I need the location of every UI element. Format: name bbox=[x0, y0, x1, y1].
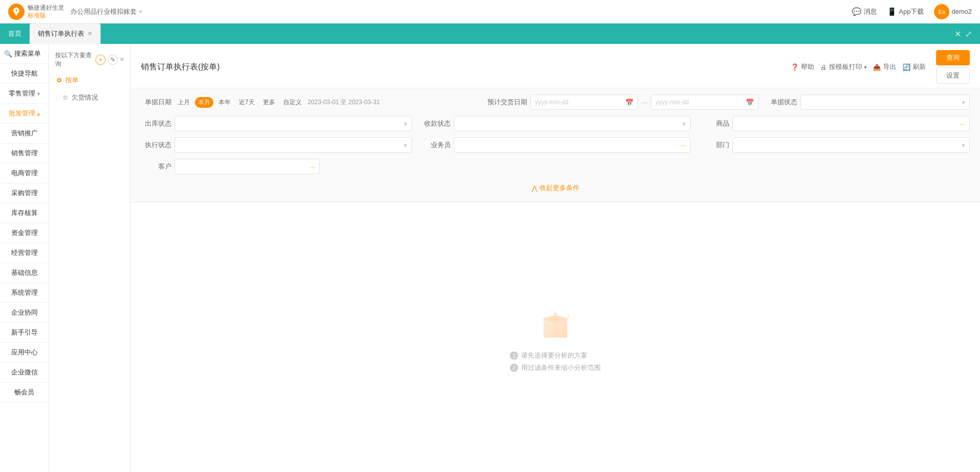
sidebar-item-appstore[interactable]: 应用中心 bbox=[0, 343, 48, 363]
avatar: Ea bbox=[934, 4, 949, 19]
exec-status-select[interactable]: ▾ bbox=[175, 137, 412, 153]
sidebar-item-marketing[interactable]: 营销推广 bbox=[0, 124, 48, 144]
page-title: 销售订单执行表(按单) bbox=[141, 62, 220, 73]
query-button[interactable]: 查询 bbox=[936, 50, 970, 65]
message-icon: 💬 bbox=[852, 7, 862, 16]
sidebar-item-operations[interactable]: 经营管理 bbox=[0, 243, 48, 263]
sidebar-item-finance[interactable]: 资金管理 bbox=[0, 223, 48, 243]
scheme-collapse-btn[interactable]: « bbox=[120, 55, 124, 65]
date-tab-custom[interactable]: 自定义 bbox=[280, 97, 305, 108]
breadcrumb[interactable]: 办公用品行业模拟账套 ▾ bbox=[70, 7, 142, 16]
tab-sales-exec[interactable]: 销售订单执行表 ✕ bbox=[30, 23, 101, 44]
scheme-add-btn[interactable]: + bbox=[95, 55, 106, 65]
scheme-header: 按以下方案查询 + ✎ « bbox=[49, 48, 130, 72]
sidebar-item-basic[interactable]: 基础信息 bbox=[0, 263, 48, 283]
scheme-item-arrears[interactable]: 欠货情况 bbox=[49, 89, 130, 106]
goods-dots: ··· bbox=[960, 120, 965, 128]
date-tabs: 上月 本月 本年 近7天 更多 自定义 bbox=[175, 97, 305, 108]
refresh-btn[interactable]: 🔄 刷新 bbox=[902, 62, 926, 72]
sidebar-search[interactable]: 🔍 搜索菜单 bbox=[0, 44, 48, 64]
logo-text: 畅捷通好生意 标准版 bbox=[28, 4, 64, 19]
tab-close-window-btn[interactable]: ✕ bbox=[954, 29, 961, 39]
out-status-label: 出库状态 bbox=[141, 119, 172, 128]
sidebar-item-wechat[interactable]: 企业微信 bbox=[0, 363, 48, 383]
dept-select[interactable]: ▾ bbox=[732, 137, 970, 153]
tab-home[interactable]: 首页 bbox=[0, 23, 30, 44]
tab-actions: ✕ ⤢ bbox=[954, 29, 980, 39]
exec-status-field: 执行状态 ▾ bbox=[141, 137, 412, 153]
sidebar-item-member[interactable]: 畅会员 bbox=[0, 383, 48, 403]
search-icon: 🔍 bbox=[4, 50, 12, 58]
sidebar-item-retail[interactable]: 零售管理 ▾ bbox=[0, 84, 48, 104]
export-btn[interactable]: 📤 导出 bbox=[873, 62, 896, 72]
date-range-text: 2023-03-01 至 2023-03-31 bbox=[308, 98, 380, 107]
tab-restore-btn[interactable]: ⤢ bbox=[965, 29, 972, 39]
help-icon: ❓ bbox=[791, 63, 799, 71]
expected-date-start[interactable]: yyyy-mm-dd 📅 bbox=[530, 95, 638, 110]
date-tab-more[interactable]: 更多 bbox=[260, 97, 278, 108]
sidebar-item-sales[interactable]: 销售管理 bbox=[0, 144, 48, 163]
logo-svg bbox=[11, 7, 21, 17]
top-bar: 畅捷通好生意 标准版 办公用品行业模拟账套 ▾ 💬 消息 📱 App下载 Ea … bbox=[0, 0, 980, 23]
export-icon: 📤 bbox=[873, 63, 881, 71]
out-status-select[interactable]: ▾ bbox=[175, 116, 412, 131]
date-separator: — bbox=[641, 99, 648, 106]
dept-chevron-icon: ▾ bbox=[962, 141, 965, 149]
sidebar-item-ecommerce[interactable]: 电商管理 bbox=[0, 163, 48, 183]
print-chevron-icon: ▾ bbox=[864, 64, 867, 70]
svg-text:✦: ✦ bbox=[567, 314, 570, 318]
tab-close-icon[interactable]: ✕ bbox=[87, 30, 92, 37]
collapse-more-btn[interactable]: ⋀ 收起更多条件 bbox=[141, 180, 970, 196]
expected-date-end[interactable]: yyyy-mm-dd 📅 bbox=[651, 95, 758, 110]
date-tab-this-year[interactable]: 本年 bbox=[215, 97, 234, 108]
expected-date-label: 预计交货日期 bbox=[487, 98, 527, 107]
page-actions: ❓ 帮助 🖨 按模板打印 ▾ 📤 导出 🔄 bbox=[791, 50, 970, 84]
empty-state: ✦ ✦ 1 请先选择要分析的方案 2 用过滤条件来缩小分析范围 bbox=[131, 202, 980, 472]
sidebar-item-purchase[interactable]: 采购管理 bbox=[0, 183, 48, 203]
sidebar-item-wholesale[interactable]: 批发管理 ▴ bbox=[0, 104, 48, 124]
date-tab-this-month[interactable]: 本月 bbox=[195, 97, 213, 108]
calendar-icon-end: 📅 bbox=[746, 99, 754, 106]
empty-tip-2: 2 用过滤条件来缩小分析范围 bbox=[510, 363, 601, 372]
receipt-status-select[interactable]: ▾ bbox=[454, 116, 691, 131]
sidebar-item-inventory[interactable]: 库存核算 bbox=[0, 203, 48, 223]
dept-field: 部门 ▾ bbox=[699, 137, 970, 153]
sidebar-item-system[interactable]: 系统管理 bbox=[0, 283, 48, 303]
sidebar-item-enterprise[interactable]: 企业协同 bbox=[0, 303, 48, 323]
doc-status-select[interactable]: ▾ bbox=[800, 95, 970, 110]
goods-input[interactable]: ··· bbox=[732, 116, 970, 131]
receipt-chevron-icon: ▾ bbox=[682, 120, 686, 128]
scheme-edit-btn[interactable]: ✎ bbox=[108, 55, 118, 65]
sidebar-item-shortcut[interactable]: 快捷导航 bbox=[0, 64, 48, 84]
date-tab-last7[interactable]: 近7天 bbox=[236, 97, 258, 108]
sidebar-item-newbie[interactable]: 新手引导 bbox=[0, 323, 48, 343]
date-field: 单据日期 上月 本月 本年 近7天 更多 自定义 20 bbox=[141, 97, 479, 108]
expected-date-field: 预计交货日期 yyyy-mm-dd 📅 — yyyy-mm-dd 📅 bbox=[487, 95, 758, 110]
calendar-icon: 📅 bbox=[625, 99, 633, 106]
app-download-btn[interactable]: 📱 App下载 bbox=[887, 7, 924, 16]
receipt-status-field: 收款状态 ▾ bbox=[420, 116, 691, 131]
print-btn[interactable]: 🖨 按模板打印 ▾ bbox=[820, 62, 867, 72]
salesperson-field: 业务员 ··· bbox=[420, 137, 691, 153]
message-btn[interactable]: 💬 消息 bbox=[852, 7, 877, 16]
filter-row-4: 客户 ··· bbox=[141, 159, 970, 174]
scheme-header-actions: + ✎ « bbox=[95, 55, 124, 65]
setting-button[interactable]: 设置 bbox=[936, 67, 970, 84]
logo-area: 畅捷通好生意 标准版 bbox=[8, 4, 64, 20]
filter-row-2: 出库状态 ▾ 收款状态 ▾ bbox=[141, 116, 970, 131]
top-bar-right: 💬 消息 📱 App下载 Ea demo2 bbox=[852, 4, 972, 19]
date-tab-last-month[interactable]: 上月 bbox=[175, 97, 193, 108]
dept-label: 部门 bbox=[699, 140, 729, 150]
filter-area: 销售订单执行表(按单) ❓ 帮助 🖨 按模板打印 ▾ 📤 bbox=[131, 44, 980, 472]
user-profile-btn[interactable]: Ea demo2 bbox=[934, 4, 972, 19]
chevron-up-icon: ▴ bbox=[37, 111, 40, 116]
help-btn[interactable]: ❓ 帮助 bbox=[791, 62, 814, 72]
scheme-item-press[interactable]: 按单 bbox=[49, 72, 130, 89]
svg-text:✦: ✦ bbox=[541, 320, 543, 323]
out-status-chevron-icon: ▾ bbox=[404, 120, 407, 128]
salesperson-input[interactable]: ··· bbox=[454, 137, 691, 153]
customer-input[interactable]: ··· bbox=[175, 159, 320, 174]
print-icon: 🖨 bbox=[820, 63, 827, 71]
salesperson-label: 业务员 bbox=[420, 140, 451, 150]
sidebar: 🔍 搜索菜单 快捷导航 零售管理 ▾ 批发管理 ▴ 营销推广 销售管理 电商管理… bbox=[0, 44, 49, 472]
